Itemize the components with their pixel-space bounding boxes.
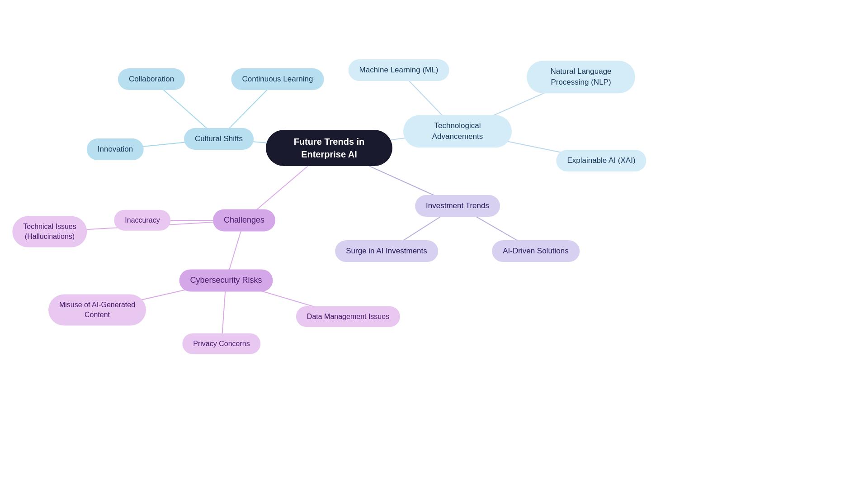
node-collaboration[interactable]: Collaboration (118, 68, 185, 90)
node-cultural-shifts[interactable]: Cultural Shifts (184, 128, 254, 150)
node-ml[interactable]: Machine Learning (ML) (349, 59, 449, 81)
node-privacy[interactable]: Privacy Concerns (182, 333, 260, 354)
node-misuse[interactable]: Misuse of AI-Generated Content (48, 295, 146, 326)
node-nlp[interactable]: Natural Language Processing (NLP) (527, 61, 635, 93)
node-continuous-learning[interactable]: Continuous Learning (231, 68, 324, 90)
node-inaccuracy[interactable]: Inaccuracy (114, 210, 170, 231)
node-cybersecurity[interactable]: Cybersecurity Risks (179, 269, 273, 291)
node-tech-advancements[interactable]: Technological Advancements (403, 115, 512, 147)
mind-map: Future Trends in Enterprise AICultural S… (0, 0, 868, 490)
center-node[interactable]: Future Trends in Enterprise AI (266, 130, 392, 166)
node-challenges[interactable]: Challenges (213, 209, 275, 231)
node-investment-trends[interactable]: Investment Trends (415, 195, 500, 217)
node-ai-driven[interactable]: AI-Driven Solutions (492, 240, 580, 262)
node-data-management[interactable]: Data Management Issues (296, 306, 400, 327)
node-xai[interactable]: Explainable AI (XAI) (556, 150, 646, 171)
node-technical-issues[interactable]: Technical Issues (Hallucinations) (12, 216, 87, 247)
node-innovation[interactable]: Innovation (87, 138, 144, 160)
node-surge-ai[interactable]: Surge in AI Investments (335, 240, 438, 262)
